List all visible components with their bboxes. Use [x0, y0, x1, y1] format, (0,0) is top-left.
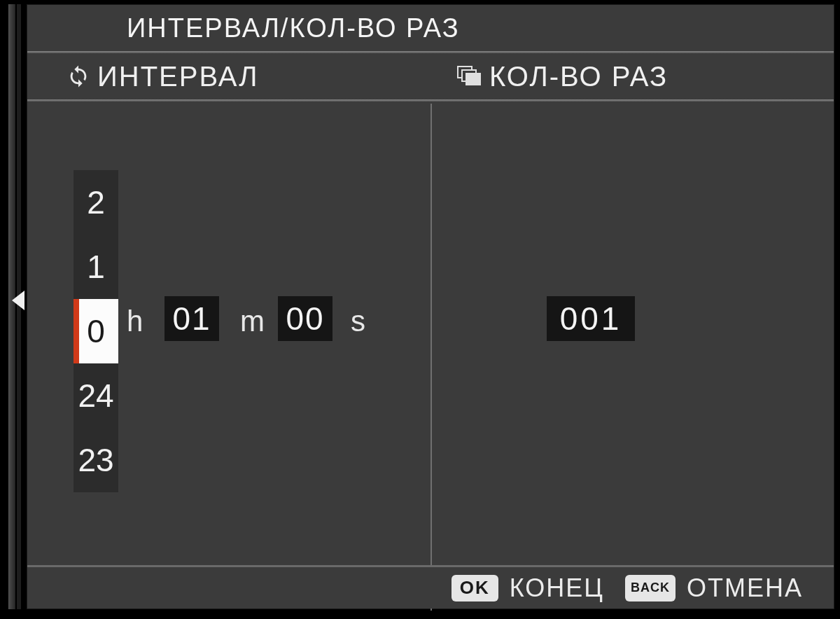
hours-spinner[interactable]: 2 1 0 24 23	[74, 170, 118, 492]
minutes-unit-label: m	[240, 305, 265, 338]
page-title-text: ИНТЕРВАЛ/КОЛ-ВО РАЗ	[127, 13, 460, 43]
interval-body: 2 1 0 24 23 h 01 m 00 s	[27, 102, 430, 565]
count-body: 001	[430, 102, 834, 565]
back-key-badge: BACK	[625, 575, 676, 601]
nav-left-arrow-icon[interactable]	[12, 291, 24, 310]
burst-stack-icon	[457, 66, 482, 87]
count-column-label: КОЛ-ВО РАЗ	[489, 61, 668, 92]
back-action-label: ОТМЕНА	[687, 573, 803, 603]
interval-icon	[66, 64, 90, 88]
hours-option-selected[interactable]: 0	[74, 299, 118, 363]
footer-ok-action[interactable]: OK КОНЕЦ	[451, 573, 604, 603]
seconds-value[interactable]: 00	[278, 296, 332, 341]
hours-option[interactable]: 2	[74, 170, 118, 235]
hours-option[interactable]: 1	[74, 235, 118, 299]
hours-option[interactable]: 24	[74, 363, 118, 428]
footer-back-action[interactable]: BACK ОТМЕНА	[625, 573, 803, 603]
columns-container: ИНТЕРВАЛ 2 1 0 24 23 h 01 m 00 s	[27, 53, 834, 566]
count-value[interactable]: 001	[547, 296, 635, 341]
minutes-value[interactable]: 01	[164, 296, 219, 341]
ok-key-badge: OK	[451, 575, 498, 601]
footer-bar: OK КОНЕЦ BACK ОТМЕНА	[27, 565, 834, 608]
count-column: КОЛ-ВО РАЗ 001	[430, 53, 834, 566]
interval-column-header: ИНТЕРВАЛ	[27, 53, 430, 99]
count-column-header: КОЛ-ВО РАЗ	[430, 53, 834, 99]
page-title: ИНТЕРВАЛ/КОЛ-ВО РАЗ	[27, 5, 834, 51]
seconds-unit-label: s	[351, 305, 365, 338]
hours-option[interactable]: 23	[74, 428, 118, 492]
ok-action-label: КОНЕЦ	[510, 573, 604, 603]
interval-column: ИНТЕРВАЛ 2 1 0 24 23 h 01 m 00 s	[27, 53, 430, 566]
camera-menu-screen: ИНТЕРВАЛ/КОЛ-ВО РАЗ ИНТЕРВАЛ 2 1 0 24 23	[27, 4, 834, 609]
hours-unit-label: h	[127, 305, 143, 338]
interval-column-label: ИНТЕРВАЛ	[97, 61, 259, 92]
column-divider	[430, 104, 432, 611]
